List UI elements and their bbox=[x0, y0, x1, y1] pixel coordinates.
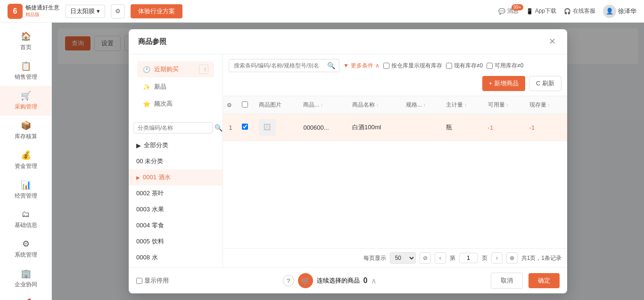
dialog-header: 商品参照 ✕ bbox=[129, 29, 567, 54]
category-search-icon[interactable]: 🔍 bbox=[215, 124, 223, 132]
page-first-button[interactable]: ⊘ bbox=[420, 252, 431, 264]
th-available[interactable]: 可用量 bbox=[484, 96, 526, 114]
checkbox-stock-nonzero[interactable]: 现有库存≠0 bbox=[446, 62, 483, 70]
category-c0003[interactable]: 0003 水果 bbox=[129, 201, 223, 217]
sidebar-item-operation[interactable]: 📊 经营管理 bbox=[0, 175, 51, 205]
category-all[interactable]: ▶ 全部分类 bbox=[129, 137, 223, 153]
sidebar-item-basic[interactable]: 🗂 基础信息 bbox=[0, 205, 51, 234]
help-button[interactable]: ? bbox=[283, 275, 294, 286]
product-search-input[interactable] bbox=[229, 60, 323, 71]
main-layout: 🏠 首页 📋 销售管理 🛒 采购管理 📦 库存核算 💰 资金管理 📊 经营管理 … bbox=[0, 23, 644, 300]
checkbox-warehouse[interactable]: 按仓库显示现有库存 bbox=[383, 62, 442, 70]
content-area: 查询 设置 刷新 商品参照 ✕ bbox=[52, 23, 644, 300]
sidebar-item-home[interactable]: 🏠 首页 bbox=[0, 26, 51, 56]
row-checkbox[interactable] bbox=[242, 124, 248, 130]
sidebar-item-purchase[interactable]: 🛒 采购管理 bbox=[0, 86, 51, 116]
sidebar-label-operation: 经营管理 bbox=[15, 192, 37, 200]
category-search-input[interactable] bbox=[133, 122, 213, 133]
row-checkbox-cell[interactable] bbox=[238, 114, 255, 141]
add-product-button[interactable]: + 新增商品 bbox=[482, 76, 525, 91]
top-nav-right: 💬 消息 99+ 📱 App下载 🎧 在线客服 👤 徐泽华 bbox=[498, 5, 636, 18]
category-c0001[interactable]: ▶ 0001 酒水 bbox=[129, 169, 223, 185]
th-stock[interactable]: 现存量 bbox=[526, 96, 567, 114]
nav-dropdown[interactable]: 日太阳膜 ▾ bbox=[65, 5, 105, 18]
online-service-item[interactable]: 🎧 在线客服 bbox=[564, 7, 595, 15]
close-button[interactable]: ✕ bbox=[546, 36, 558, 47]
checkbox-usable-label: 可用库存≠0 bbox=[495, 62, 523, 70]
cart-count: 0 bbox=[363, 276, 368, 285]
chevron-up-icon: ∧ bbox=[375, 62, 380, 69]
left-panel-recent[interactable]: 🕐 近期购买 《 bbox=[137, 61, 214, 77]
checkbox-warehouse-input[interactable] bbox=[383, 63, 389, 69]
inventory-icon: 📦 bbox=[21, 120, 31, 131]
left-panel-frequent[interactable]: ⭐ 频次高 bbox=[137, 96, 214, 111]
page-last-button[interactable]: ⊕ bbox=[506, 252, 518, 264]
collapse-cart-button[interactable]: ∧ bbox=[371, 276, 377, 285]
checkbox-stock-label: 现有库存≠0 bbox=[454, 62, 483, 70]
purchase-icon: 🛒 bbox=[21, 91, 31, 101]
th-checkbox[interactable] bbox=[238, 96, 255, 114]
app-download-item[interactable]: 📱 App下载 bbox=[526, 7, 556, 15]
select-all-checkbox[interactable] bbox=[242, 101, 248, 108]
download-icon: 📱 bbox=[526, 8, 533, 15]
sidebar-item-enterprise[interactable]: 🏢 企业协同 bbox=[0, 264, 51, 293]
show-disabled-label[interactable]: 显示停用 bbox=[136, 276, 169, 285]
dialog: 商品参照 ✕ 🕐 近期购买 《 bbox=[129, 29, 567, 293]
category-all-label: 全部分类 bbox=[144, 141, 168, 150]
cancel-button[interactable]: 取消 bbox=[491, 273, 523, 289]
sidebar-item-inventory[interactable]: 📦 库存核算 bbox=[0, 116, 51, 145]
sidebar-label-sales: 销售管理 bbox=[15, 73, 37, 81]
sidebar-label-enterprise: 企业协同 bbox=[15, 281, 37, 289]
category-c0005[interactable]: 0005 饮料 bbox=[129, 233, 223, 250]
settings-button[interactable]: ⚙ bbox=[111, 4, 125, 18]
th-settings[interactable]: ⚙ bbox=[223, 96, 238, 114]
category-c0004[interactable]: 0004 零食 bbox=[129, 217, 223, 233]
new-label: 新品 bbox=[154, 83, 166, 91]
th-code[interactable]: 商品... bbox=[299, 96, 348, 114]
sidebar-item-system[interactable]: ⚙ 系统管理 bbox=[0, 234, 51, 264]
total-info: 共1页，1条记录 bbox=[521, 254, 561, 262]
category-uncat[interactable]: 00 未分类 bbox=[129, 153, 223, 169]
row-code: 000600... bbox=[299, 114, 348, 141]
show-disabled-checkbox[interactable] bbox=[136, 278, 142, 284]
page-number-input[interactable] bbox=[459, 253, 478, 263]
th-name[interactable]: 商品名称 bbox=[348, 96, 402, 114]
row-unit: 瓶 bbox=[442, 114, 484, 141]
th-spec[interactable]: 规格... bbox=[402, 96, 442, 114]
product-search-button[interactable]: 🔍 bbox=[323, 59, 339, 72]
app-logo-icon: 6 bbox=[8, 4, 23, 19]
refresh-dialog-button[interactable]: C 刷新 bbox=[529, 76, 561, 91]
checkbox-usable-nonzero[interactable]: 可用库存≠0 bbox=[487, 62, 523, 70]
table-row[interactable]: 1 🖼 000600... 白酒100ml 瓶 bbox=[223, 114, 567, 141]
product-table-wrap: ⚙ 商品图片 商品... 商品名称 规格... 主计量 可用量 现存量 bbox=[223, 96, 567, 248]
th-unit[interactable]: 主计量 bbox=[442, 96, 484, 114]
checkbox-stock-input[interactable] bbox=[446, 63, 452, 69]
checkbox-warehouse-label: 按仓库显示现有库存 bbox=[391, 62, 442, 70]
category-list: ▶ 全部分类 00 未分类 ▶ 0001 酒水 0002 茶 bbox=[129, 135, 223, 267]
app-subtitle: 精品版 bbox=[25, 11, 59, 18]
sales-icon: 📋 bbox=[21, 61, 31, 71]
modal-overlay: 商品参照 ✕ 🕐 近期购买 《 bbox=[52, 23, 644, 300]
collapse-left-button[interactable]: 《 bbox=[199, 65, 208, 74]
page-prev-button[interactable]: ‹ bbox=[435, 252, 446, 264]
notification-item[interactable]: 💬 消息 99+ bbox=[498, 7, 519, 15]
sidebar-item-guide[interactable]: 🚀 新手引导 bbox=[0, 293, 51, 300]
basic-icon: 🗂 bbox=[22, 209, 30, 219]
cta-button[interactable]: 体验行业方案 bbox=[131, 4, 182, 18]
sidebar-item-sales[interactable]: 📋 销售管理 bbox=[0, 56, 51, 86]
recent-icon: 🕐 bbox=[143, 66, 150, 73]
checkbox-usable-input[interactable] bbox=[487, 63, 493, 69]
category-c0002[interactable]: 0002 茶叶 bbox=[129, 185, 223, 201]
frequent-icon: ⭐ bbox=[143, 100, 150, 108]
per-page-select[interactable]: 50 10 20 100 bbox=[390, 252, 416, 264]
sidebar-label-inventory: 库存核算 bbox=[15, 133, 37, 141]
left-panel-top: 🕐 近期购买 《 ✨ 新品 ⭐ 频次高 bbox=[129, 58, 223, 115]
chevron-down-icon: ▾ bbox=[97, 8, 100, 15]
category-c0008[interactable]: 0008 水 bbox=[129, 250, 223, 266]
filter-button[interactable]: ▼ 更多条件 ∧ bbox=[343, 62, 380, 70]
left-panel-new[interactable]: ✨ 新品 bbox=[137, 79, 214, 94]
user-info[interactable]: 👤 徐泽华 bbox=[603, 5, 636, 18]
confirm-button[interactable]: 确定 bbox=[528, 273, 560, 288]
sidebar-item-finance[interactable]: 💰 资金管理 bbox=[0, 145, 51, 175]
page-next-button[interactable]: › bbox=[491, 252, 503, 264]
